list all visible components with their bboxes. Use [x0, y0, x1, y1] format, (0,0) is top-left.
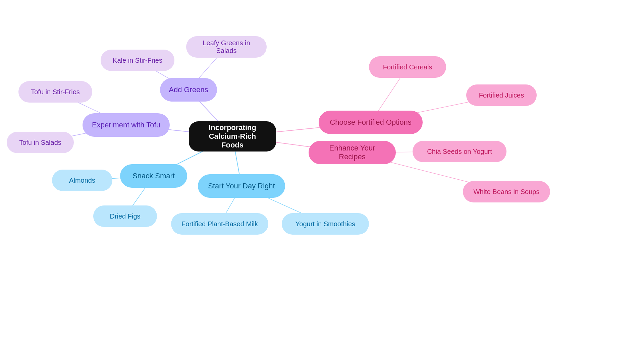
node-label: Yogurt in Smoothies [296, 220, 355, 228]
node-yogurt-smoothies[interactable]: Yogurt in Smoothies [282, 213, 369, 235]
center-node[interactable]: Incorporating Calcium-Rich Foods [189, 121, 276, 152]
node-add-greens[interactable]: Add Greens [160, 78, 217, 102]
node-kale-stir[interactable]: Kale in Stir-Fries [101, 50, 174, 71]
node-start-day[interactable]: Start Your Day Right [198, 174, 285, 198]
node-choose-fortified[interactable]: Choose Fortified Options [319, 111, 423, 134]
node-dried-figs[interactable]: Dried Figs [93, 205, 157, 227]
node-label: Fortified Cereals [383, 63, 432, 71]
node-fortified-milk[interactable]: Fortified Plant-Based Milk [171, 213, 268, 235]
node-label: Tofu in Salads [19, 139, 61, 146]
node-experiment-tofu[interactable]: Experiment with Tofu [83, 113, 170, 137]
node-label: Experiment with Tofu [92, 121, 160, 129]
node-label: Fortified Plant-Based Milk [181, 220, 258, 228]
node-label: Tofu in Stir-Fries [31, 88, 80, 96]
node-tofu-stir[interactable]: Tofu in Stir-Fries [18, 81, 92, 103]
node-label: Chia Seeds on Yogurt [427, 148, 492, 156]
node-enhance-recipes[interactable]: Enhance Your Recipes [309, 141, 396, 164]
node-leafy-greens[interactable]: Leafy Greens in Salads [186, 36, 267, 58]
node-label: Fortified Juices [479, 92, 524, 99]
node-label: Choose Fortified Options [330, 118, 411, 127]
node-fortified-cereals[interactable]: Fortified Cereals [369, 56, 446, 78]
node-label: Almonds [69, 177, 95, 184]
node-label: Add Greens [169, 85, 208, 94]
node-label: Kale in Stir-Fries [113, 57, 162, 64]
center-label: Incorporating Calcium-Rich Foods [197, 123, 268, 149]
node-fortified-juices[interactable]: Fortified Juices [466, 84, 537, 106]
node-label: Enhance Your Recipes [317, 144, 388, 161]
node-almonds[interactable]: Almonds [52, 170, 112, 191]
node-snack-smart[interactable]: Snack Smart [120, 164, 187, 188]
node-label: White Beans in Soups [474, 188, 540, 196]
node-chia-seeds[interactable]: Chia Seeds on Yogurt [413, 141, 506, 162]
node-tofu-salads[interactable]: Tofu in Salads [7, 132, 74, 153]
node-label: Dried Figs [110, 213, 140, 220]
node-label: Start Your Day Right [208, 182, 275, 190]
node-label: Leafy Greens in Salads [194, 39, 259, 55]
node-label: Snack Smart [132, 172, 175, 180]
node-white-beans[interactable]: White Beans in Soups [463, 181, 550, 202]
